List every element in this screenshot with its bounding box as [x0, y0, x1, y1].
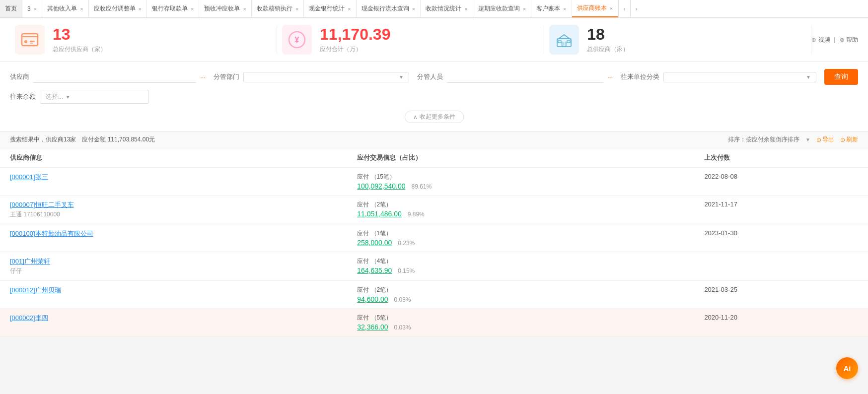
svg-rect-9 — [558, 41, 561, 43]
supplier-link[interactable]: [000100]本特勤油品有限公司 — [10, 230, 93, 237]
last-payment-cell: 2021-03-25 — [694, 281, 868, 309]
dept-label: 分管部门 — [214, 72, 239, 81]
search-row-2: 往来余额 选择... ▼ — [10, 90, 858, 104]
balance-placeholder: 选择... — [45, 92, 64, 101]
close-icon[interactable]: × — [348, 6, 351, 12]
data-table-wrap: 供应商信息 应付交易信息（占比） 上次付数 [000001]张三应付 （15笔）… — [0, 148, 868, 336]
nav-tab-collection-exec[interactable]: 收款核销执行 × — [252, 0, 304, 17]
supplier-dots[interactable]: ··· — [200, 73, 206, 81]
trans-percentage: 0.03% — [394, 324, 411, 331]
nav-tab-3[interactable]: 3 × — [22, 0, 42, 17]
nav-tab-supplier-ledger[interactable]: 供应商账本 × — [572, 0, 618, 17]
person-dots[interactable]: ··· — [607, 73, 613, 81]
ap-total-value: 11,170.39 — [320, 26, 390, 43]
transaction-info-cell: 应付 （2笔）94,600.000.08% — [347, 281, 694, 309]
close-icon[interactable]: × — [563, 6, 566, 12]
sort-label[interactable]: 排序：按应付余额倒序排序 — [728, 135, 799, 144]
nav-tab-overdue-query[interactable]: 超期应收款查询 × — [473, 0, 531, 17]
category-dropdown[interactable]: ▼ — [663, 72, 816, 82]
col-header-lastpay: 上次付数 — [694, 148, 868, 168]
stat-ap-suppliers: 13 总应付供应商（家） — [10, 25, 277, 55]
table-header-row: 供应商信息 应付交易信息（占比） 上次付数 — [0, 148, 868, 168]
nav-tab-bank-deposit[interactable]: 银行存取款单 × — [147, 0, 199, 17]
close-icon[interactable]: × — [295, 6, 298, 12]
table-row: [001]广州荣轩仔仔应付 （4笔）164,635.900.15% — [0, 252, 868, 281]
supplier-info-cell: [001]广州荣轩仔仔 — [0, 252, 347, 281]
last-payment-cell: 2023-01-30 — [694, 224, 868, 252]
result-bar: 搜索结果中，供应商13家 应付金额 111,703,854.00元 排序：按应付… — [0, 131, 868, 148]
trans-percentage: 0.15% — [398, 267, 415, 274]
nav-tab-customer-ledger[interactable]: 客户账本 × — [531, 0, 572, 17]
last-payment-cell: 2022-08-08 — [694, 168, 868, 196]
collapse-arrow-icon: ∧ — [413, 114, 418, 121]
trans-amount-value[interactable]: 94,600.00 — [357, 295, 388, 303]
nav-tab-prepay-offset[interactable]: 预收冲应收单 × — [199, 0, 251, 17]
total-suppliers-value: 18 — [587, 26, 629, 43]
trans-percentage: 0.08% — [394, 296, 411, 303]
close-icon[interactable]: × — [34, 6, 37, 12]
supplier-link[interactable]: [000001]张三 — [10, 173, 48, 181]
category-label: 往来单位分类 — [621, 72, 659, 81]
video-link[interactable]: ⊙ 视频 — [811, 36, 830, 44]
transaction-info-cell: 应付 （15笔）100,092,540.0089.61% — [347, 168, 694, 196]
collapse-button[interactable]: ∧ 收起更多条件 — [405, 111, 464, 123]
svg-rect-10 — [567, 41, 570, 43]
supplier-table: 供应商信息 应付交易信息（占比） 上次付数 [000001]张三应付 （15笔）… — [0, 148, 868, 336]
refresh-icon: ⊙ — [840, 136, 845, 143]
close-icon[interactable]: × — [191, 6, 194, 12]
svg-point-1 — [24, 40, 27, 43]
svg-rect-2 — [30, 41, 35, 42]
last-payment-cell: 2020-11-20 — [694, 309, 868, 336]
close-icon[interactable]: × — [610, 5, 613, 11]
transaction-info-cell: 应付 （4笔）164,635.900.15% — [347, 252, 694, 281]
nav-tab-cash-flow[interactable]: 现金银行流水查询 × — [357, 0, 421, 17]
ap-total-label: 应付合计（万） — [320, 45, 390, 54]
last-payment-cell — [694, 252, 868, 281]
col-header-supplier: 供应商信息 — [0, 148, 347, 168]
supplier-link[interactable]: [001]广州荣轩 — [10, 258, 50, 265]
help-link[interactable]: ⊙ 帮助 — [840, 36, 858, 44]
collapse-bar: ∧ 收起更多条件 — [10, 109, 858, 126]
refresh-button[interactable]: ⊙ 刷新 — [840, 135, 858, 144]
nav-arrow-right[interactable]: › — [630, 0, 642, 18]
close-icon[interactable]: × — [243, 6, 246, 12]
export-button[interactable]: ⊙ 导出 — [816, 135, 834, 144]
chevron-down-icon: ▼ — [806, 74, 811, 80]
query-button[interactable]: 查询 — [824, 69, 858, 85]
trans-type-label: 应付 （15笔） — [357, 173, 684, 181]
close-icon[interactable]: × — [523, 6, 526, 12]
trans-amount-value[interactable]: 100,092,540.00 — [357, 182, 405, 190]
dept-field: 分管部门 ▼ — [214, 72, 409, 82]
close-icon[interactable]: × — [464, 6, 467, 12]
balance-dropdown[interactable]: 选择... ▼ — [40, 90, 149, 104]
person-input[interactable] — [447, 71, 603, 83]
trans-type-label: 应付 （1笔） — [357, 229, 684, 238]
supplier-info-cell: [000012]广州贝瑞 — [0, 281, 347, 309]
dept-dropdown[interactable]: ▼ — [243, 72, 409, 82]
supplier-link[interactable]: [000012]广州贝瑞 — [10, 286, 61, 294]
nav-tab-home[interactable]: 首页 — [0, 0, 22, 17]
svg-text:¥: ¥ — [295, 36, 299, 44]
nav-tab-cash-stat[interactable]: 现金银行统计 × — [304, 0, 356, 17]
close-icon[interactable]: × — [139, 6, 142, 12]
chevron-down-icon: ▼ — [66, 94, 71, 100]
trans-amount-value[interactable]: 32,366.00 — [357, 323, 388, 331]
trans-amount-value[interactable]: 258,000.00 — [357, 239, 392, 247]
supplier-link[interactable]: [000002]李四 — [10, 314, 48, 322]
ap-total-icon: ¥ — [282, 25, 312, 55]
supplier-input[interactable] — [33, 71, 196, 83]
nav-tab-other-income[interactable]: 其他收入单 × — [42, 0, 88, 17]
nav-tab-ar-ap-adjust[interactable]: 应收应付调整单 × — [89, 0, 147, 17]
nav-arrow-left[interactable]: ‹ — [618, 0, 630, 18]
trans-type-label: 应付 （5笔） — [357, 314, 684, 322]
supplier-link[interactable]: [000007]恒旺二手叉车 — [10, 201, 74, 208]
balance-label: 往来余额 — [10, 92, 36, 101]
result-amount: 应付金额 111,703,854.00元 — [82, 135, 155, 144]
stat-ap-total: ¥ 11,170.39 应付合计（万） — [277, 25, 544, 55]
close-icon[interactable]: × — [412, 6, 415, 12]
close-icon[interactable]: × — [80, 6, 83, 12]
nav-tab-collection-stat[interactable]: 收款情况统计 × — [421, 0, 473, 17]
trans-amount-value[interactable]: 164,635.90 — [357, 266, 392, 274]
table-row: [000012]广州贝瑞应付 （2笔）94,600.000.08%2021-03… — [0, 281, 868, 309]
trans-amount-value[interactable]: 11,051,486.00 — [357, 210, 402, 218]
